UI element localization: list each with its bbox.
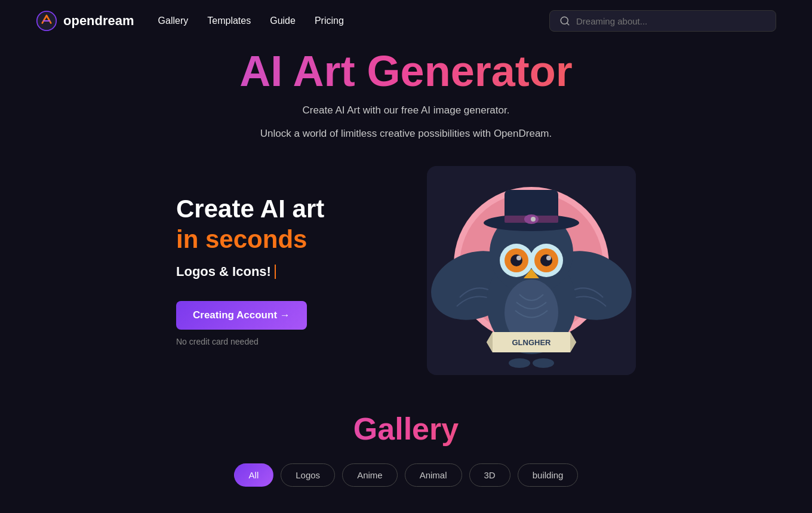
owl-svg: GLNGHER (427, 166, 636, 375)
svg-line-2 (567, 23, 568, 24)
no-credit-text: No credit card needed (176, 337, 379, 346)
search-icon (559, 16, 570, 26)
content-section: Create AI art in seconds Logos & Icons! … (0, 154, 812, 387)
svg-point-22 (546, 256, 551, 260)
svg-point-14 (531, 217, 536, 222)
logo-icon (36, 10, 57, 32)
main-heading-block: Create AI art in seconds (176, 194, 379, 254)
search-bar[interactable] (549, 10, 776, 32)
svg-point-27 (533, 358, 554, 368)
nav-item-templates[interactable]: Templates (207, 16, 251, 26)
hero-subtitle-2: Unlock a world of limitless creative pos… (0, 125, 812, 142)
filter-animal[interactable]: Animal (405, 463, 462, 487)
nav-link-templates[interactable]: Templates (207, 16, 251, 26)
nav-item-gallery[interactable]: Gallery (158, 16, 189, 26)
cursor-blink (275, 265, 276, 279)
gallery-filters: All Logos Anime Animal 3D building (0, 463, 812, 487)
right-image: GLNGHER (427, 166, 636, 375)
nav-link-pricing[interactable]: Pricing (315, 16, 344, 26)
ai-art-preview: GLNGHER (427, 166, 636, 375)
filter-all[interactable]: All (234, 463, 274, 487)
filter-logos[interactable]: Logos (281, 463, 335, 487)
svg-text:GLNGHER: GLNGHER (512, 338, 552, 347)
logo-text: opendream (63, 13, 134, 29)
hero-subtitle-1: Create AI Art with our free AI image gen… (0, 102, 812, 118)
nav-left: opendream Gallery Templates Guide Pricin… (36, 10, 344, 32)
sub-heading-text: Logos & Icons! (176, 264, 271, 279)
search-input[interactable] (576, 16, 766, 26)
nav-link-guide[interactable]: Guide (270, 16, 296, 26)
left-content: Create AI art in seconds Logos & Icons! … (176, 194, 379, 346)
svg-point-19 (510, 254, 522, 266)
cta-button[interactable]: Creating Account → (176, 301, 307, 330)
svg-point-26 (509, 358, 530, 368)
sub-heading: Logos & Icons! (176, 264, 379, 279)
gallery-section: Gallery All Logos Anime Animal 3D buildi… (0, 387, 812, 487)
main-heading-line1: Create AI art (176, 195, 324, 223)
filter-3d[interactable]: 3D (469, 463, 510, 487)
nav-link-gallery[interactable]: Gallery (158, 16, 189, 26)
hero-section: AI Art Generator Create AI Art with our … (0, 42, 812, 154)
nav-item-pricing[interactable]: Pricing (315, 16, 344, 26)
main-heading-line2: in seconds (176, 225, 307, 253)
filter-building[interactable]: building (518, 463, 579, 487)
svg-point-21 (516, 256, 521, 260)
logo[interactable]: opendream (36, 10, 134, 32)
filter-anime[interactable]: Anime (342, 463, 398, 487)
navbar: opendream Gallery Templates Guide Pricin… (0, 0, 812, 42)
nav-item-guide[interactable]: Guide (270, 16, 296, 26)
nav-links: Gallery Templates Guide Pricing (158, 16, 344, 26)
svg-point-20 (540, 254, 552, 266)
hero-title: AI Art Generator (0, 48, 812, 95)
gallery-title: Gallery (0, 411, 812, 447)
